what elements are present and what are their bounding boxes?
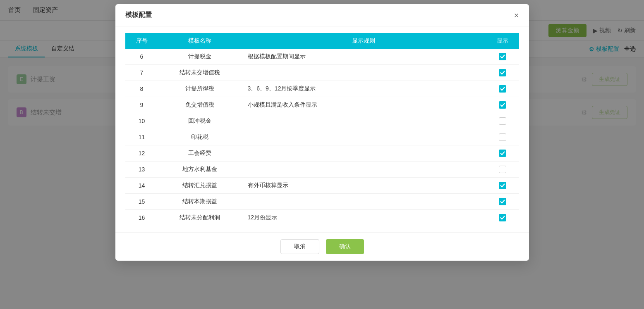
checkbox-checked-8[interactable] bbox=[499, 182, 506, 189]
row-check-9 bbox=[486, 194, 519, 210]
row-check-4 bbox=[486, 113, 519, 129]
modal-header: 模板配置 × bbox=[115, 4, 529, 26]
row-id-10: 16 bbox=[125, 210, 158, 226]
table-row: 10回冲税金 bbox=[125, 113, 519, 129]
row-check-3 bbox=[486, 97, 519, 113]
checkbox-checked-10[interactable] bbox=[499, 214, 506, 221]
row-name-9: 结转本期损益 bbox=[158, 194, 241, 210]
row-name-2: 计提所得税 bbox=[158, 81, 241, 97]
row-id-8: 14 bbox=[125, 178, 158, 194]
row-name-8: 结转汇兑损益 bbox=[158, 178, 241, 194]
row-id-6: 12 bbox=[125, 145, 158, 162]
row-check-1 bbox=[486, 65, 519, 81]
row-id-5: 11 bbox=[125, 129, 158, 145]
row-id-3: 9 bbox=[125, 97, 158, 113]
cancel-button[interactable]: 取消 bbox=[280, 239, 319, 254]
row-check-0 bbox=[486, 49, 519, 65]
row-id-4: 10 bbox=[125, 113, 158, 129]
table-row: 14结转汇兑损益有外币核算显示 bbox=[125, 178, 519, 194]
row-rule-3: 小规模且满足收入条件显示 bbox=[241, 97, 486, 113]
checkbox-checked-2[interactable] bbox=[499, 85, 506, 93]
checkbox-unchecked-5[interactable] bbox=[499, 133, 506, 141]
row-name-5: 印花税 bbox=[158, 129, 241, 145]
col-header-name: 模板名称 bbox=[158, 33, 241, 49]
row-rule-1 bbox=[241, 65, 486, 81]
col-header-rule: 显示规则 bbox=[241, 33, 486, 49]
modal-footer: 取消 确认 bbox=[115, 232, 529, 261]
table-row: 11印花税 bbox=[125, 129, 519, 145]
row-id-1: 7 bbox=[125, 65, 158, 81]
checkbox-checked-1[interactable] bbox=[499, 69, 506, 76]
row-check-10 bbox=[486, 210, 519, 226]
table-row: 13地方水利基金 bbox=[125, 162, 519, 178]
row-rule-6 bbox=[241, 145, 486, 162]
modal-close-button[interactable]: × bbox=[514, 11, 519, 19]
checkbox-unchecked-7[interactable] bbox=[499, 166, 506, 173]
modal-template-config: 模板配置 × 序号 模板名称 显示规则 显示 6计提税金根据模板配置期间显示7结… bbox=[115, 4, 529, 261]
row-rule-5 bbox=[241, 129, 486, 145]
row-check-8 bbox=[486, 178, 519, 194]
row-check-2 bbox=[486, 81, 519, 97]
config-table: 序号 模板名称 显示规则 显示 6计提税金根据模板配置期间显示7结转未交增值税8… bbox=[125, 33, 519, 226]
col-header-show: 显示 bbox=[486, 33, 519, 49]
row-check-5 bbox=[486, 129, 519, 145]
row-rule-8: 有外币核算显示 bbox=[241, 178, 486, 194]
table-row: 12工会经费 bbox=[125, 145, 519, 162]
table-row: 6计提税金根据模板配置期间显示 bbox=[125, 49, 519, 65]
row-id-2: 8 bbox=[125, 81, 158, 97]
row-id-9: 15 bbox=[125, 194, 158, 210]
row-id-0: 6 bbox=[125, 49, 158, 65]
table-row: 15结转本期损益 bbox=[125, 194, 519, 210]
row-check-6 bbox=[486, 145, 519, 162]
table-row: 16结转未分配利润12月份显示 bbox=[125, 210, 519, 226]
row-name-6: 工会经费 bbox=[158, 145, 241, 162]
modal-title: 模板配置 bbox=[125, 11, 152, 19]
row-rule-10: 12月份显示 bbox=[241, 210, 486, 226]
modal-body: 序号 模板名称 显示规则 显示 6计提税金根据模板配置期间显示7结转未交增值税8… bbox=[115, 26, 529, 232]
row-name-4: 回冲税金 bbox=[158, 113, 241, 129]
col-header-id: 序号 bbox=[125, 33, 158, 49]
checkbox-checked-3[interactable] bbox=[499, 101, 506, 109]
checkbox-checked-9[interactable] bbox=[499, 198, 506, 205]
checkbox-checked-6[interactable] bbox=[499, 150, 506, 157]
row-id-7: 13 bbox=[125, 162, 158, 178]
table-row: 7结转未交增值税 bbox=[125, 65, 519, 81]
table-header: 序号 模板名称 显示规则 显示 bbox=[125, 33, 519, 49]
row-rule-7 bbox=[241, 162, 486, 178]
checkbox-unchecked-4[interactable] bbox=[499, 117, 506, 125]
row-name-7: 地方水利基金 bbox=[158, 162, 241, 178]
row-name-10: 结转未分配利润 bbox=[158, 210, 241, 226]
table-row: 8计提所得税3、6、9、12月按季度显示 bbox=[125, 81, 519, 97]
row-rule-9 bbox=[241, 194, 486, 210]
table-row: 9免交增值税小规模且满足收入条件显示 bbox=[125, 97, 519, 113]
row-rule-4 bbox=[241, 113, 486, 129]
checkbox-checked-0[interactable] bbox=[499, 53, 506, 60]
row-name-3: 免交增值税 bbox=[158, 97, 241, 113]
confirm-button[interactable]: 确认 bbox=[326, 239, 364, 254]
row-name-1: 结转未交增值税 bbox=[158, 65, 241, 81]
table-body: 6计提税金根据模板配置期间显示7结转未交增值税8计提所得税3、6、9、12月按季… bbox=[125, 49, 519, 226]
row-rule-2: 3、6、9、12月按季度显示 bbox=[241, 81, 486, 97]
modal-overlay: 模板配置 × 序号 模板名称 显示规则 显示 6计提税金根据模板配置期间显示7结… bbox=[0, 0, 644, 309]
row-name-0: 计提税金 bbox=[158, 49, 241, 65]
row-check-7 bbox=[486, 162, 519, 178]
row-rule-0: 根据模板配置期间显示 bbox=[241, 49, 486, 65]
